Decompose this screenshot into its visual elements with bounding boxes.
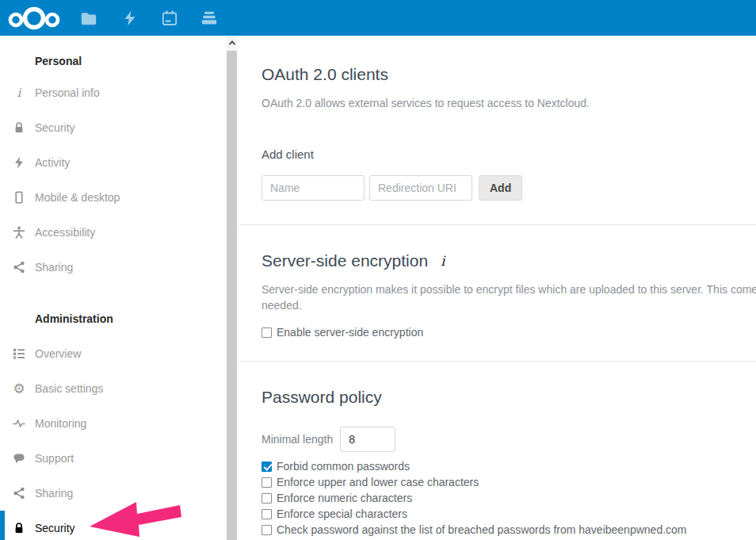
- enforce-special-label[interactable]: Enforce special characters: [277, 507, 407, 520]
- scrollbar-up-button[interactable]: [227, 36, 237, 50]
- policy-row-upper-lower: Enforce upper and lower case characters: [262, 474, 756, 490]
- phone-icon: [13, 191, 25, 204]
- add-client-heading: Add client: [262, 147, 756, 161]
- sidebar-item-label: Personal info: [35, 86, 100, 99]
- enable-encryption-row: Enable server-side encryption: [262, 326, 756, 339]
- sidebar-scrollbar[interactable]: [227, 36, 237, 540]
- sidebar-item-sharing-personal[interactable]: Sharing: [0, 250, 239, 285]
- deck-app-icon[interactable]: [200, 10, 218, 27]
- sidebar-item-label: Basic settings: [35, 382, 103, 395]
- app-root: Personal i Personal info Security: [0, 0, 756, 540]
- enforce-numeric-label[interactable]: Enforce numeric characters: [277, 492, 412, 504]
- gear-icon: ⚙: [13, 382, 25, 395]
- sidebar-item-overview[interactable]: Overview: [0, 336, 239, 371]
- password-policy-title: Password policy: [262, 387, 756, 408]
- password-policy-section: Password policy Minimal length Forbid co…: [239, 362, 756, 540]
- chat-icon: [13, 452, 25, 465]
- top-header-bar: [0, 0, 756, 36]
- add-client-button[interactable]: Add: [479, 175, 522, 201]
- sidebar-item-activity[interactable]: Activity: [0, 145, 239, 180]
- client-name-input[interactable]: [262, 175, 365, 201]
- minimal-length-row: Minimal length: [262, 427, 756, 452]
- scrollbar-thumb[interactable]: [227, 51, 237, 540]
- sidebar-item-label: Security: [35, 121, 75, 134]
- minimal-length-label: Minimal length: [262, 433, 333, 446]
- sidebar-item-label: Support: [35, 452, 74, 465]
- sidebar-item-sharing-admin[interactable]: Sharing: [0, 476, 239, 511]
- minimal-length-input[interactable]: [340, 427, 395, 452]
- enforce-special-checkbox[interactable]: [262, 509, 272, 519]
- sidebar-item-personal-info[interactable]: i Personal info: [0, 75, 239, 110]
- sidebar-item-monitoring[interactable]: Monitoring: [0, 406, 239, 441]
- info-icon: i: [13, 86, 25, 99]
- settings-content: OAuth 2.0 clients OAuth 2.0 allows exter…: [239, 36, 756, 540]
- encryption-section: Server-side encryption i Server-side enc…: [239, 225, 756, 362]
- nextcloud-logo[interactable]: [8, 6, 60, 30]
- sidebar-item-label: Monitoring: [35, 417, 86, 430]
- sidebar-heading-administration: Administration: [0, 304, 239, 333]
- share-icon: [13, 487, 25, 500]
- policy-row-special: Enforce special characters: [262, 506, 756, 522]
- add-client-row: Add: [262, 175, 756, 201]
- activity-app-lightning-icon[interactable]: [121, 10, 139, 27]
- encryption-title: Server-side encryption: [262, 251, 428, 271]
- chevron-up-icon: [228, 40, 235, 47]
- list-icon: [13, 347, 25, 360]
- enforce-upper-lower-label[interactable]: Enforce upper and lower case characters: [277, 476, 479, 488]
- sidebar-item-label: Accessibility: [35, 226, 95, 239]
- pulse-icon: [13, 417, 25, 430]
- calendar-app-icon[interactable]: [161, 10, 178, 27]
- accessibility-icon: [13, 226, 25, 239]
- sidebar-item-mobile-desktop[interactable]: Mobile & desktop: [0, 180, 239, 215]
- share-icon: [13, 261, 25, 274]
- policy-row-hibp: Check password against the list of breac…: [262, 522, 756, 538]
- lock-icon: [13, 522, 25, 534]
- sidebar-item-label: Mobile & desktop: [35, 191, 120, 204]
- sidebar-item-security-personal[interactable]: Security: [0, 110, 239, 145]
- enforce-upper-lower-checkbox[interactable]: [262, 477, 272, 488]
- oauth-description: OAuth 2.0 allows external services to re…: [262, 95, 756, 111]
- check-breached-passwords-label[interactable]: Check password against the list of breac…: [277, 523, 687, 536]
- settings-sidebar: Personal i Personal info Security: [0, 36, 239, 540]
- sidebar-item-support[interactable]: Support: [0, 441, 239, 476]
- sidebar-item-basic-settings[interactable]: ⚙ Basic settings: [0, 371, 239, 406]
- sidebar-heading-personal: Personal: [0, 47, 239, 75]
- info-icon[interactable]: i: [441, 255, 445, 268]
- sidebar-item-label: Sharing: [35, 487, 73, 500]
- encryption-description-line1: Server-side encryption makes it possible…: [262, 281, 756, 297]
- sidebar-item-label: Sharing: [35, 261, 73, 274]
- sidebar-item-security-admin[interactable]: Security: [0, 511, 239, 540]
- files-app-folder-icon[interactable]: [80, 10, 97, 27]
- sidebar-item-accessibility[interactable]: Accessibility: [0, 215, 239, 250]
- enable-encryption-label[interactable]: Enable server-side encryption: [277, 326, 423, 339]
- oauth-title: OAuth 2.0 clients: [262, 64, 756, 85]
- oauth-section: OAuth 2.0 clients OAuth 2.0 allows exter…: [239, 36, 756, 225]
- enforce-numeric-checkbox[interactable]: [262, 493, 272, 504]
- forbid-common-passwords-label[interactable]: Forbid common passwords: [277, 460, 410, 473]
- policy-row-numeric: Enforce numeric characters: [262, 490, 756, 506]
- policy-row-forbid-common: Forbid common passwords: [262, 458, 756, 474]
- lock-icon: [13, 121, 25, 134]
- lightning-icon: [13, 156, 25, 169]
- sidebar-item-label: Overview: [35, 347, 81, 360]
- sidebar-item-label: Security: [35, 522, 75, 534]
- redirection-uri-input[interactable]: [369, 175, 472, 201]
- enable-encryption-checkbox[interactable]: [262, 327, 272, 338]
- encryption-description-line2: needed.: [262, 297, 756, 313]
- password-policy-checkbox-list: Forbid common passwords Enforce upper an…: [262, 458, 756, 538]
- forbid-common-passwords-checkbox[interactable]: [262, 461, 272, 472]
- check-breached-passwords-checkbox[interactable]: [262, 525, 272, 535]
- sidebar-item-label: Activity: [35, 156, 70, 169]
